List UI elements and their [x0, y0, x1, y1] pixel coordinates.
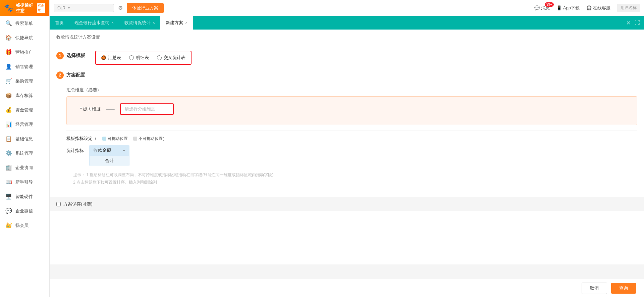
metrics-col-cell: 合计 [90, 155, 129, 166]
tabbar-actions: ✕ ⛶ [626, 20, 644, 26]
user-name: 用户名称 [617, 4, 640, 12]
purchase-icon: 🛒 [5, 78, 12, 84]
stat-label: 统计指标 [66, 145, 84, 154]
sidebar-item-sales[interactable]: 👤销售管理 [0, 59, 49, 74]
tab-home[interactable]: 首页 [50, 16, 69, 30]
step2-row: 2 方案配置 [56, 71, 637, 83]
sidebar-item-guide[interactable]: 📖新手引导 [0, 175, 49, 189]
page-title: 收款情况统计方案设置 [50, 30, 644, 45]
sidebar-item-finance[interactable]: 💰资金管理 [0, 103, 49, 117]
quick-nav-label: 快捷导航 [15, 35, 33, 41]
cancel-button[interactable]: 取消 [582, 283, 607, 294]
radio-summary-input[interactable] [101, 55, 106, 60]
bottom-bar: 取消 查询 [50, 279, 644, 297]
finance-icon: 💰 [5, 107, 12, 113]
tab-label-home: 首页 [55, 20, 64, 26]
tab-close-bank-flow[interactable]: × [111, 20, 114, 25]
radio-cross-input[interactable] [157, 55, 162, 60]
dimension-area: * 纵向维度 —— 请选择分组维度 [66, 96, 637, 125]
inventory-label: 库存核算 [15, 93, 33, 99]
radio-cross[interactable]: 交叉统计表 [157, 55, 185, 61]
tab-label-bank-flow: 现金银行流水查询 [74, 20, 109, 26]
non-draggable-label: 不可拖动位置） [139, 136, 167, 142]
step2-number: 2 [56, 71, 64, 79]
query-button[interactable]: 查询 [611, 283, 636, 294]
sidebar-item-search-menu[interactable]: 🔍搜索菜单 [0, 16, 49, 31]
tab-close-new-plan[interactable]: × [185, 20, 187, 25]
enterprise-icon: 🏢 [5, 164, 12, 171]
inventory-icon: 📦 [5, 92, 12, 99]
sidebar-item-basic-info[interactable]: 📋基础信息 [0, 132, 49, 146]
operation-label: 经营管理 [15, 121, 33, 128]
gear-icon[interactable]: ⚙ [118, 5, 123, 11]
chevron-down-icon[interactable]: ▾ [68, 6, 70, 10]
message-btn[interactable]: 💬 消息 99+ [534, 5, 550, 11]
radio-detail[interactable]: 明细表 [129, 55, 149, 61]
sidebar-item-operation[interactable]: 📊经营管理 [0, 117, 49, 132]
footer-section: 方案保存(可选) [50, 197, 644, 211]
sidebar: 🐾 畅捷通好生意 标准版 🔍搜索菜单🏠快捷导航🎁营销推广👤销售管理🛒采购管理📦库… [0, 0, 50, 297]
app-download-btn[interactable]: 📱 App下载 [556, 5, 580, 11]
sales-icon: 👤 [5, 63, 12, 70]
template-options: 汇总表 明细表 交叉统计表 [95, 51, 192, 65]
tab-new-plan[interactable]: 新建方案× [160, 16, 193, 30]
marketing-icon: 🎁 [5, 49, 12, 55]
app-icon: 📱 [556, 5, 562, 10]
tip-line2: 2.点击标题栏下拉可设置排序、插入列和删除列 [73, 179, 631, 186]
search-menu-label: 搜索菜单 [15, 20, 33, 27]
content-inner: 收款情况统计方案设置 1 选择模板 汇总表 [50, 30, 644, 264]
radio-summary[interactable]: 汇总表 [101, 55, 121, 61]
step1-number: 1 [56, 52, 64, 59]
sidebar-item-system[interactable]: ⚙️系统管理 [0, 146, 49, 160]
tab-collection-stat[interactable]: 收款情况统计× [119, 16, 160, 30]
enterprise-label: 企业协同 [15, 165, 33, 171]
member-icon: 👑 [5, 222, 12, 229]
trial-button[interactable]: 体验行业方案 [127, 3, 164, 13]
non-draggable-dot-icon [133, 137, 137, 141]
guide-label: 新手引导 [15, 179, 33, 185]
topbar: CaR ▾ ⚙ 体验行业方案 💬 消息 99+ 📱 App下载 🎧 在线客服 用… [50, 0, 644, 16]
radio-cross-label: 交叉统计表 [164, 55, 185, 61]
tab-label-collection-stat: 收款情况统计 [124, 20, 151, 26]
maximize-icon[interactable]: ⛶ [635, 20, 640, 26]
col-header-text: 收款金额 [94, 147, 111, 153]
radio-detail-input[interactable] [129, 55, 134, 60]
tab-label-new-plan: 新建方案 [166, 20, 183, 26]
vertical-dimension-row: * 纵向维度 —— 请选择分组维度 [75, 103, 629, 115]
tab-close-collection-stat[interactable]: × [153, 20, 155, 25]
sidebar-item-marketing[interactable]: 🎁营销推广 [0, 45, 49, 59]
sidebar-logo-icon: 🐾 [4, 4, 13, 12]
content-area: 收款情况统计方案设置 1 选择模板 汇总表 [50, 30, 644, 279]
wechat-icon: 💬 [5, 208, 12, 214]
sidebar-logo: 🐾 畅捷通好生意 标准版 [0, 0, 49, 16]
sidebar-item-member[interactable]: 👑畅会员 [0, 218, 49, 233]
draggable-badge: 可拖动位置 [102, 136, 128, 142]
step1-indicator: 1 选择模板 [56, 52, 85, 59]
close-window-icon[interactable]: ✕ [626, 20, 631, 26]
dimension-select[interactable]: 请选择分组维度 [120, 103, 174, 115]
main-area: CaR ▾ ⚙ 体验行业方案 💬 消息 99+ 📱 App下载 🎧 在线客服 用… [50, 0, 644, 297]
metrics-header: 模板指标设定（ 可拖动位置 不可拖动位置） [66, 136, 637, 142]
summary-dimension-title: 汇总维度（必选） [66, 87, 637, 93]
tip-line1: 提示： 1.拖动标题栏可以调整布局，不可跨维度或指标区域拖动栏目字段(只能在同一… [73, 171, 631, 179]
metrics-col: 收款金额 ▾ 合计 [89, 145, 129, 166]
purchase-label: 采购管理 [15, 78, 33, 84]
basic-info-icon: 📋 [5, 136, 12, 142]
sidebar-item-enterprise[interactable]: 🏢企业协同 [0, 160, 49, 175]
headset-icon: 🎧 [586, 5, 592, 10]
step1-row: 1 选择模板 汇总表 明细表 [56, 51, 637, 65]
sales-label: 销售管理 [15, 64, 33, 70]
online-service-btn[interactable]: 🎧 在线客服 [586, 5, 610, 11]
sidebar-item-inventory[interactable]: 📦库存核算 [0, 88, 49, 103]
member-label: 畅会员 [15, 222, 29, 229]
tab-bank-flow[interactable]: 现金银行流水查询× [69, 16, 119, 30]
finance-label: 资金管理 [15, 107, 33, 113]
sidebar-item-wechat[interactable]: 💬企业微信 [0, 204, 49, 218]
sidebar-item-purchase[interactable]: 🛒采购管理 [0, 74, 49, 88]
sidebar-item-quick-nav[interactable]: 🏠快捷导航 [0, 31, 49, 45]
sidebar-item-hardware[interactable]: 🖥️智能硬件 [0, 189, 49, 204]
save-checkbox[interactable] [56, 202, 61, 206]
metrics-col-header[interactable]: 收款金额 ▾ [90, 145, 129, 155]
chevron-down-icon[interactable]: ▾ [123, 148, 125, 153]
metrics-grid-wrapper: 统计指标 收款金额 ▾ 合计 [66, 145, 637, 166]
